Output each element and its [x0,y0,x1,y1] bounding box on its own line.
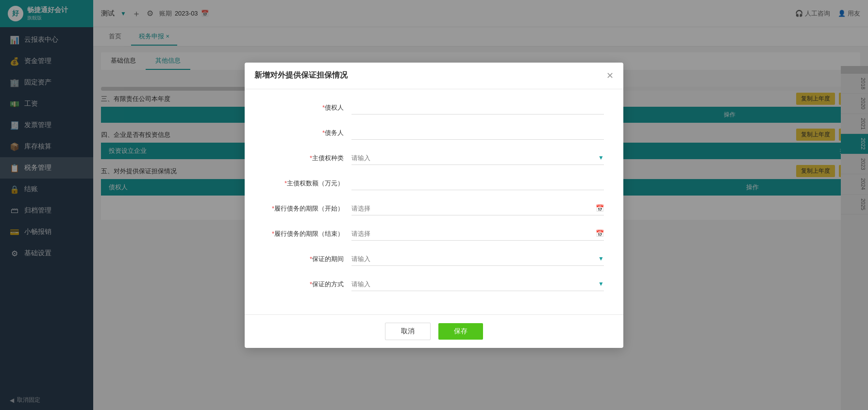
form-field-creditor: *债权人 [264,101,604,115]
guarantee-period-dropdown-icon[interactable]: ▼ [598,255,604,262]
guarantee-method-input[interactable] [351,278,598,291]
required-mark: * [322,129,325,136]
required-mark: * [310,154,312,162]
modal-footer: 取消 保存 [245,314,623,348]
creditor-input[interactable] [351,101,604,115]
modal-header: 新增对外提供保证担保情况 ✕ [245,63,623,89]
guarantee-period-input[interactable] [351,252,598,265]
debtor-input[interactable] [351,126,604,140]
required-mark: * [322,104,325,111]
claim-type-input[interactable] [351,151,598,164]
guarantee-method-wrapper: ▼ [351,278,604,291]
required-mark: * [272,205,274,212]
period-start-input[interactable] [351,202,596,215]
modal-close-button[interactable]: ✕ [606,70,614,81]
guarantee-method-dropdown-icon[interactable]: ▼ [598,280,604,287]
form-field-period-start: *履行债务的期限（开始） 📅 [264,202,604,215]
guarantee-method-label: *保证的方式 [264,280,351,289]
form-field-guarantee-period: *保证的期间 ▼ [264,252,604,266]
period-end-wrapper: 📅 [351,227,604,241]
guarantee-period-wrapper: ▼ [351,252,604,266]
guarantee-period-label: *保证的期间 [264,255,351,263]
period-start-label: *履行债务的期限（开始） [264,204,351,213]
modal-overlay: 新增对外提供保证担保情况 ✕ *债权人 *债务人 * [0,0,868,410]
claim-amount-input[interactable] [351,177,604,190]
required-mark: * [284,180,287,187]
form-field-period-end: *履行债务的期限（结束） 📅 [264,227,604,241]
creditor-label: *债权人 [264,103,351,112]
form-field-debtor: *债务人 [264,126,604,140]
required-mark: * [310,280,312,288]
claim-type-dropdown-icon[interactable]: ▼ [598,154,604,161]
form-field-guarantee-method: *保证的方式 ▼ [264,278,604,291]
required-mark: * [310,255,312,262]
claim-amount-label: *主债权数额（万元） [264,179,351,188]
modal-title: 新增对外提供保证担保情况 [254,70,348,81]
cancel-button[interactable]: 取消 [385,323,431,340]
modal-body: *债权人 *债务人 *主债权种类 ▼ [245,89,623,314]
modal-dialog: 新增对外提供保证担保情况 ✕ *债权人 *债务人 * [245,63,623,348]
save-button[interactable]: 保存 [438,323,483,340]
claim-type-label: *主债权种类 [264,154,351,163]
period-end-label: *履行债务的期限（结束） [264,230,351,238]
required-mark: * [272,230,274,237]
form-field-claim-amount: *主债权数额（万元） [264,177,604,190]
period-end-calendar-icon[interactable]: 📅 [596,230,604,237]
form-field-claim-type: *主债权种类 ▼ [264,151,604,165]
debtor-label: *债务人 [264,129,351,137]
period-end-input[interactable] [351,227,596,240]
claim-type-wrapper: ▼ [351,151,604,165]
period-start-wrapper: 📅 [351,202,604,215]
period-start-calendar-icon[interactable]: 📅 [596,204,604,212]
